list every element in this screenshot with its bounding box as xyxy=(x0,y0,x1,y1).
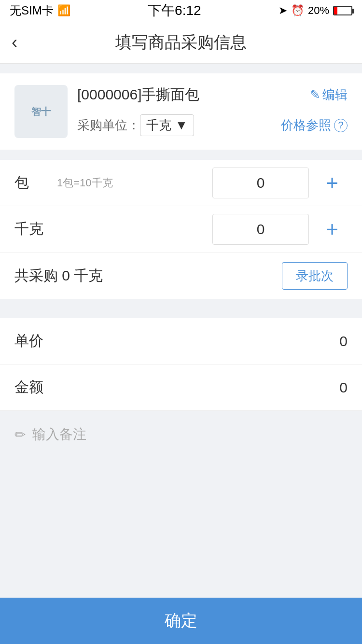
unit-selector-wrap: 采购单位： 千克 ▼ xyxy=(77,114,194,136)
input-section: 包 1包=10千克 + 千克 + xyxy=(0,160,362,252)
nav-bar: ‹ 填写商品采购信息 xyxy=(0,21,362,64)
page-title: 填写商品采购信息 xyxy=(115,31,247,54)
record-batch-button[interactable]: 录批次 xyxy=(282,262,348,290)
section-divider-1 xyxy=(0,150,362,160)
edit-icon: ✎ xyxy=(310,87,320,102)
alarm-icon: ⏰ xyxy=(291,4,304,17)
purchase-unit-row: 采购单位： 千克 ▼ 价格参照 ? xyxy=(77,114,348,136)
pencil-icon: ✏ xyxy=(14,427,26,443)
bag-field-wrap: + xyxy=(123,168,348,198)
unit-price-value: 0 xyxy=(339,333,348,350)
edit-button[interactable]: ✎ 编辑 xyxy=(310,86,348,103)
remark-placeholder: 输入备注 xyxy=(32,425,86,444)
amount-value: 0 xyxy=(339,379,348,396)
info-section: 单价 0 金额 0 xyxy=(0,318,362,411)
amount-label: 金额 xyxy=(14,378,43,397)
kg-plus-button[interactable]: + xyxy=(317,214,348,245)
kg-input-row: 千克 + xyxy=(0,206,362,252)
back-button[interactable]: ‹ xyxy=(12,32,17,53)
kg-label: 千克 xyxy=(14,219,53,239)
summary-row: 共采购 0 千克 录批次 xyxy=(0,252,362,299)
bag-label: 包 xyxy=(14,173,53,193)
unit-price-row: 单价 0 xyxy=(0,318,362,364)
amount-row: 金额 0 xyxy=(0,364,362,411)
status-right: ➤ ⏰ 20% xyxy=(278,4,352,17)
bag-input-row: 包 1包=10千克 + xyxy=(0,160,362,206)
price-ref-button[interactable]: 价格参照 ? xyxy=(281,117,348,134)
status-bar: 无SIM卡 📶 下午6:12 ➤ ⏰ 20% xyxy=(0,0,362,21)
summary-text: 共采购 0 千克 xyxy=(14,266,103,286)
section-divider-2 xyxy=(0,299,362,308)
bag-plus-button[interactable]: + xyxy=(317,168,348,198)
product-thumb-text: 智十 xyxy=(31,105,51,118)
kg-field-wrap: + xyxy=(53,214,348,245)
product-name: [0000006]手撕面包 xyxy=(77,85,199,105)
bag-quantity-input[interactable] xyxy=(212,168,309,198)
unit-price-label: 单价 xyxy=(14,331,43,351)
status-left: 无SIM卡 📶 xyxy=(10,3,70,18)
bag-sublabel: 1包=10千克 xyxy=(57,176,113,190)
status-time: 下午6:12 xyxy=(148,1,201,20)
product-card: 智十 [0000006]手撕面包 ✎ 编辑 采购单位： 千克 ▼ 价格参照 ? xyxy=(0,73,362,150)
remark-row: ✏ 输入备注 xyxy=(14,425,348,444)
kg-quantity-input[interactable] xyxy=(212,214,309,245)
carrier-text: 无SIM卡 xyxy=(10,3,54,18)
wifi-icon: 📶 xyxy=(57,4,70,17)
unit-select[interactable]: 千克 ▼ xyxy=(140,114,194,136)
remark-section[interactable]: ✏ 输入备注 xyxy=(0,411,362,488)
product-name-row: [0000006]手撕面包 ✎ 编辑 xyxy=(77,85,348,105)
location-icon: ➤ xyxy=(278,4,287,17)
purchase-unit-label: 采购单位： xyxy=(77,117,140,134)
battery-percent: 20% xyxy=(308,4,329,17)
product-info: [0000006]手撕面包 ✎ 编辑 采购单位： 千克 ▼ 价格参照 ? xyxy=(77,85,348,136)
dropdown-icon: ▼ xyxy=(175,118,188,133)
product-thumbnail: 智十 xyxy=(14,85,68,138)
price-ref-help-icon: ? xyxy=(334,119,348,132)
battery-icon xyxy=(333,6,352,15)
confirm-button[interactable]: 确定 xyxy=(0,598,362,644)
